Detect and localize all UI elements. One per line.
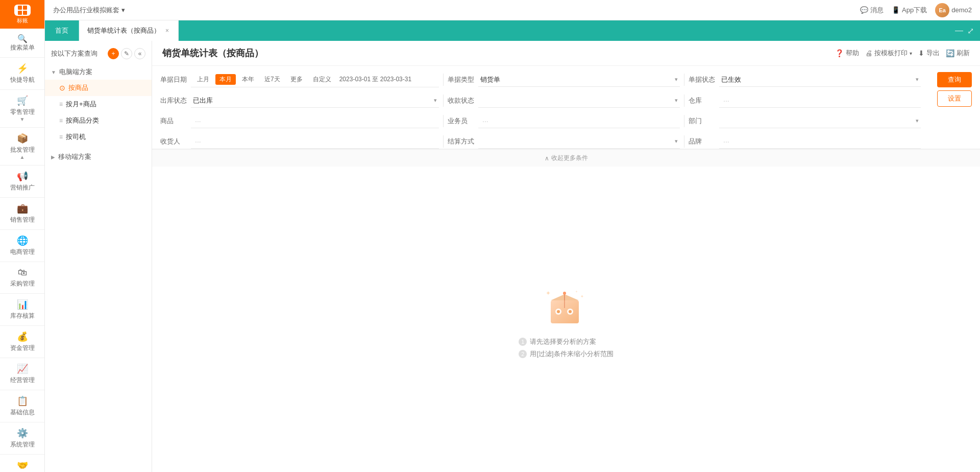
- receiver-dots-icon[interactable]: ···: [195, 137, 201, 146]
- quicknav-icon: ⚡: [17, 63, 28, 74]
- sidebar-item-ecom[interactable]: 🌐 电商管理: [0, 230, 44, 262]
- sidebar-item-operations[interactable]: 📈 经营管理: [0, 358, 44, 390]
- help-btn[interactable]: ❓ 帮助: [835, 49, 859, 58]
- doc-status-filter-cell: 单据状态 已生效 ▾: [689, 73, 921, 87]
- filter-row-1: 单据日期 上月 本月 本年 近7天 更多 自定义 2023-03-01 至 20…: [160, 72, 921, 87]
- department-select[interactable]: ▾: [719, 114, 921, 128]
- collapse-bar[interactable]: ∧ 收起更多条件: [152, 149, 980, 167]
- username-label: demo2: [951, 6, 972, 14]
- messages-label: 消息: [870, 6, 884, 15]
- warehouse-value-field[interactable]: ···: [719, 93, 921, 108]
- svg-point-8: [569, 310, 572, 313]
- svg-text:✦: ✦: [546, 290, 551, 297]
- date-btn-more[interactable]: 更多: [286, 74, 307, 85]
- sidebar-operations-label: 经营管理: [10, 376, 35, 385]
- sidebar-item-basic[interactable]: 📋 基础信息: [0, 390, 44, 422]
- tip-text-1: 请先选择要分析的方案: [530, 337, 596, 346]
- brand-value-field[interactable]: ···: [719, 134, 921, 149]
- pc-section-arrow-icon: ▼: [51, 69, 56, 75]
- print-chevron-icon: ▾: [910, 51, 912, 56]
- export-label: 导出: [926, 49, 940, 58]
- brand-label: 品牌: [689, 137, 719, 146]
- logo-text: 标账: [17, 17, 28, 25]
- operations-icon: 📈: [17, 363, 28, 374]
- print-label: 按模板打印: [874, 49, 908, 58]
- panel-edit-btn[interactable]: ✎: [121, 48, 132, 59]
- sidebar-sales-label: 销售管理: [10, 216, 35, 224]
- tab-fullscreen-btn[interactable]: ⤢: [967, 26, 974, 36]
- sidebar-item-system[interactable]: ⚙️ 系统管理: [0, 422, 44, 455]
- template-selector[interactable]: 办公用品行业模拟账套 ▾: [53, 6, 125, 15]
- payment-status-select[interactable]: ▾: [478, 93, 680, 108]
- export-icon: ⬇: [918, 49, 924, 57]
- doc-type-select[interactable]: 销货单 ▾: [478, 73, 680, 87]
- help-label: 帮助: [846, 49, 859, 58]
- date-btn-thismonth[interactable]: 本月: [215, 74, 236, 85]
- settings-button[interactable]: 设置: [937, 90, 972, 107]
- sidebar-basic-label: 基础信息: [10, 408, 35, 417]
- date-btn-lastmonth[interactable]: 上月: [193, 74, 213, 85]
- panel-add-btn[interactable]: +: [108, 48, 119, 59]
- wholesale-arrow: ▲: [20, 154, 25, 160]
- tab-current[interactable]: 销货单统计表（按商品） ×: [79, 20, 179, 41]
- sidebar-item-sales[interactable]: 💼 销售管理: [0, 198, 44, 230]
- export-btn[interactable]: ⬇ 导出: [918, 49, 940, 58]
- panel-item-by-month-product[interactable]: ≡ 按月+商品: [45, 96, 152, 112]
- panel-item-by-category[interactable]: ≡ 按商品分类: [45, 112, 152, 129]
- panel-item-by-driver[interactable]: ≡ 按司机: [45, 129, 152, 145]
- empty-tip-2: 2 用[过滤]条件来缩小分析范围: [519, 349, 613, 359]
- empty-illustration: ✦ ✦ ✦: [541, 280, 592, 331]
- mobile-section: ▶ 移动端方案: [45, 147, 152, 167]
- salesperson-label: 业务员: [448, 116, 478, 126]
- product-dots-icon[interactable]: ···: [195, 117, 201, 125]
- messages-btn[interactable]: 💬 消息: [860, 6, 884, 15]
- date-btn-thisyear[interactable]: 本年: [238, 74, 258, 85]
- out-status-select[interactable]: 已出库 ▾: [191, 93, 439, 108]
- warehouse-dots-icon[interactable]: ···: [723, 97, 729, 105]
- tip-text-2: 用[过滤]条件来缩小分析范围: [530, 349, 613, 359]
- sidebar-retail-label: 零售管理: [10, 108, 35, 116]
- sidebar-item-quicknav[interactable]: ⚡ 快捷导航: [0, 58, 44, 90]
- sidebar-item-marketing[interactable]: 📢 营销推广: [0, 166, 44, 198]
- out-status-chevron-icon: ▾: [434, 97, 437, 104]
- query-button[interactable]: 查询: [937, 72, 972, 87]
- doc-status-select[interactable]: 已生效 ▾: [719, 73, 921, 87]
- mobile-section-title[interactable]: ▶ 移动端方案: [45, 149, 152, 164]
- sidebar-item-purchase[interactable]: 🛍 采购管理: [0, 262, 44, 294]
- panel-collapse-btn[interactable]: «: [134, 48, 145, 59]
- tab-home[interactable]: 首页: [45, 20, 79, 41]
- template-chevron-icon: ▾: [121, 6, 125, 14]
- product-value-field[interactable]: ···: [191, 114, 439, 128]
- marketing-icon: 📢: [17, 171, 28, 182]
- help-icon: ❓: [835, 49, 844, 57]
- sidebar-item-enterprise[interactable]: 🤝 企业协同: [0, 455, 44, 472]
- settlement-select[interactable]: ▾: [478, 134, 680, 149]
- refresh-btn[interactable]: 🔄 刷新: [946, 49, 970, 58]
- pc-section-title[interactable]: ▼ 电脑端方案: [45, 64, 152, 80]
- panel-item-by-product[interactable]: ⊙ 按商品: [45, 80, 152, 96]
- sidebar-item-wholesale[interactable]: 📦 批发管理 ▲: [0, 128, 44, 166]
- main-sidebar: 标账 🔍 搜索菜单 ⚡ 快捷导航 🛒 零售管理 ▼ 📦 批发管理 ▲ 📢 营销推…: [0, 0, 45, 472]
- sidebar-item-inventory[interactable]: 📊 库存核算: [0, 294, 44, 326]
- brand-dots-icon[interactable]: ···: [723, 137, 729, 146]
- tab-close-icon[interactable]: ×: [164, 26, 170, 35]
- edit-icon: ✎: [124, 50, 129, 57]
- app-download-btn[interactable]: 📱 App下载: [892, 6, 927, 15]
- settlement-label: 结算方式: [448, 137, 478, 146]
- date-btn-custom[interactable]: 自定义: [309, 74, 335, 85]
- sidebar-item-finance[interactable]: 💰 资金管理: [0, 326, 44, 358]
- receiver-value-field[interactable]: ···: [191, 134, 439, 149]
- product-label: 商品: [160, 116, 191, 126]
- user-profile-btn[interactable]: Ea demo2: [935, 3, 972, 17]
- sidebar-search[interactable]: 🔍 搜索菜单: [0, 29, 44, 58]
- tabbar: 首页 销货单统计表（按商品） × — ⤢: [45, 20, 980, 41]
- tab-minimize-btn[interactable]: —: [955, 26, 963, 35]
- print-btn[interactable]: 🖨 按模板打印 ▾: [865, 49, 912, 58]
- sidebar-item-retail[interactable]: 🛒 零售管理 ▼: [0, 90, 44, 128]
- salesperson-value-field[interactable]: ···: [478, 114, 680, 128]
- collapse-arrow-icon: ∧: [545, 155, 549, 162]
- date-btn-7days[interactable]: 近7天: [260, 74, 284, 85]
- doc-type-value: 销货单: [480, 75, 500, 84]
- salesperson-dots-icon[interactable]: ···: [482, 117, 488, 125]
- filter-row-3: 商品 ··· 业务员 ···: [160, 114, 921, 128]
